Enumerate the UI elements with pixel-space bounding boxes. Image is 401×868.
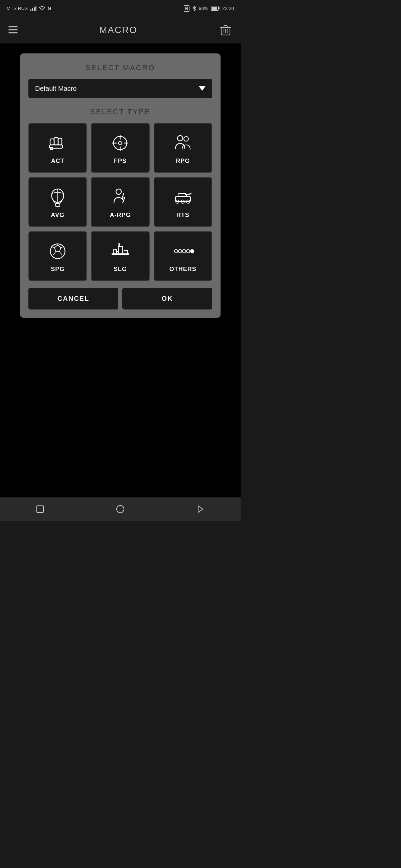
rpg-icon	[171, 131, 195, 155]
fps-label: FPS	[114, 158, 127, 164]
cancel-button[interactable]: CANCEL	[28, 288, 118, 309]
slg-label: SLG	[114, 266, 127, 273]
battery-icon	[211, 6, 220, 11]
recent-button[interactable]	[192, 501, 209, 518]
main-content: SELECT MACRO Default Macro SELECT TYPE	[0, 43, 240, 497]
select-macro-title: SELECT MACRO	[28, 63, 212, 72]
svg-rect-3	[219, 7, 220, 9]
rpg-label: RPG	[176, 158, 190, 164]
battery-percent: 90%	[199, 6, 208, 11]
select-type-title: SELECT TYPE	[28, 107, 212, 116]
svg-point-21	[177, 135, 183, 141]
wifi-icon	[39, 6, 45, 11]
top-bar: MACRO	[0, 17, 240, 43]
page-title: MACRO	[99, 25, 137, 35]
type-button-fps[interactable]: FPS	[91, 123, 149, 173]
type-button-rpg[interactable]: RPG	[154, 123, 212, 173]
nfc-icon: N	[184, 5, 190, 12]
svg-rect-53	[37, 506, 44, 513]
chevron-down-icon	[199, 86, 205, 91]
svg-point-54	[117, 505, 124, 513]
svg-point-48	[174, 250, 178, 253]
type-button-act[interactable]: ACT	[28, 123, 87, 173]
act-label: ACT	[51, 158, 64, 164]
spg-label: SPG	[51, 266, 64, 273]
svg-point-16	[119, 142, 122, 145]
rts-icon	[171, 186, 195, 209]
macro-dropdown[interactable]: Default Macro	[28, 79, 212, 98]
dialog-buttons: CANCEL OK	[28, 288, 212, 309]
type-grid: ACT FPS	[28, 123, 212, 281]
spg-icon	[46, 240, 69, 263]
dropdown-value: Default Macro	[35, 85, 77, 92]
bottom-nav	[0, 497, 240, 521]
ya-icon: Я	[48, 6, 51, 11]
select-macro-dialog: SELECT MACRO Default Macro SELECT TYPE	[20, 54, 221, 318]
arpg-icon	[109, 186, 132, 209]
svg-point-49	[178, 250, 182, 253]
svg-point-22	[184, 136, 189, 141]
svg-rect-11	[54, 137, 58, 145]
avg-label: AVG	[51, 212, 64, 219]
type-button-avg[interactable]: AVG	[28, 177, 87, 227]
status-right: N 90% 22:28	[184, 5, 234, 12]
others-label: OTHERS	[169, 266, 197, 273]
type-button-slg[interactable]: SLG	[91, 231, 149, 281]
ok-button[interactable]: OK	[122, 288, 212, 309]
type-button-others[interactable]: OTHERS	[154, 231, 212, 281]
status-left: MTS RUS Я	[7, 6, 51, 11]
signal-icon	[30, 6, 36, 11]
menu-button[interactable]	[8, 26, 18, 33]
type-button-arpg[interactable]: A-RPG	[91, 177, 149, 227]
time-text: 22:28	[222, 6, 234, 11]
rts-label: RTS	[176, 212, 190, 219]
svg-marker-36	[55, 245, 61, 252]
others-icon	[171, 240, 195, 263]
home-button[interactable]	[32, 501, 49, 518]
slg-icon	[109, 240, 132, 263]
arpg-label: A-RPG	[110, 212, 131, 219]
svg-point-51	[187, 250, 190, 253]
status-bar: MTS RUS Я N 90% 22:28	[0, 0, 240, 17]
svg-line-40	[53, 252, 56, 255]
fps-icon	[109, 131, 132, 155]
act-icon	[46, 131, 69, 155]
back-button[interactable]	[112, 501, 128, 518]
svg-rect-45	[119, 244, 120, 246]
svg-point-0	[42, 10, 42, 10]
svg-point-50	[182, 250, 186, 253]
svg-rect-2	[211, 7, 217, 10]
bluetooth-icon	[192, 5, 196, 11]
svg-rect-12	[58, 138, 62, 145]
svg-line-39	[59, 252, 62, 255]
svg-rect-10	[50, 139, 54, 145]
svg-point-52	[191, 250, 194, 253]
svg-rect-26	[55, 204, 60, 206]
svg-point-35	[51, 244, 65, 259]
type-button-spg[interactable]: SPG	[28, 231, 87, 281]
carrier-text: MTS RUS	[7, 6, 28, 11]
avg-icon	[46, 186, 69, 209]
svg-point-28	[116, 189, 121, 194]
delete-button[interactable]	[219, 23, 232, 37]
type-button-rts[interactable]: RTS	[154, 177, 212, 227]
